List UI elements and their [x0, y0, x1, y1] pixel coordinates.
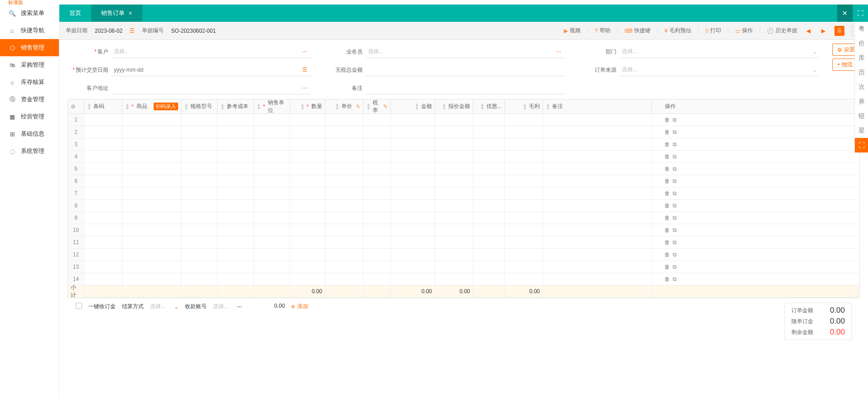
col-refcost[interactable]: ▲▼参考成本: [218, 99, 254, 113]
copy-row-icon[interactable]: ⧉: [671, 153, 678, 160]
next-doc-icon[interactable]: ▶: [820, 28, 827, 34]
tab-1[interactable]: 销售订单✕: [91, 5, 142, 22]
dock-fullscreen[interactable]: ⛶: [855, 138, 868, 152]
remark-input[interactable]: [366, 82, 565, 94]
dock-item-5[interactable]: 券: [855, 94, 868, 109]
table-row[interactable]: 14🗑⧉: [68, 273, 859, 285]
toolbar-hist[interactable]: 🕘历史单据: [767, 27, 797, 34]
delete-row-icon[interactable]: 🗑: [663, 227, 671, 233]
col-product[interactable]: ▲▼*商品扫码录入: [122, 99, 181, 113]
toolbar-print[interactable]: ⎙打印: [705, 27, 721, 34]
table-row[interactable]: 10🗑⧉: [68, 224, 859, 236]
delete-row-icon[interactable]: 🗑: [663, 178, 671, 184]
col-barcode[interactable]: ▲▼条码: [84, 99, 122, 113]
tab-0[interactable]: 首页: [59, 5, 91, 22]
tab-fullscreen[interactable]: ⛶: [853, 5, 868, 22]
sidebar-item-2[interactable]: ⬡销售管理: [0, 39, 59, 56]
sidebar-item-5[interactable]: Ⓢ资金管理: [0, 91, 59, 108]
prev-doc-icon[interactable]: ◀: [805, 28, 812, 34]
col-gross[interactable]: ▲▼毛利: [505, 99, 543, 113]
table-row[interactable]: 8🗑⧉: [68, 200, 859, 212]
edit-icon[interactable]: ✎: [356, 103, 360, 110]
table-row[interactable]: 9🗑⧉: [68, 212, 859, 224]
delete-row-icon[interactable]: 🗑: [663, 129, 671, 135]
dock-item-0[interactable]: 粤: [855, 22, 868, 36]
table-row[interactable]: 6🗑⧉: [68, 175, 859, 187]
table-row[interactable]: 11🗑⧉: [68, 236, 859, 249]
delete-row-icon[interactable]: 🗑: [663, 264, 671, 270]
col-qty[interactable]: ▲▼*数量: [290, 99, 325, 113]
table-row[interactable]: 1🗑⧉: [68, 114, 859, 126]
col-quote[interactable]: ▲▼报价金额: [435, 99, 473, 113]
col-unit[interactable]: ▲▼*销售单位: [254, 99, 290, 113]
address-input[interactable]: ⋯: [112, 82, 311, 94]
copy-row-icon[interactable]: ⧉: [671, 276, 678, 282]
table-row[interactable]: 2🗑⧉: [68, 126, 859, 138]
customer-picker-icon[interactable]: ⋯: [300, 49, 309, 55]
toolbar-help[interactable]: ?帮助: [595, 27, 611, 34]
col-tax[interactable]: ▲▼税率✎: [364, 99, 391, 113]
delete-row-icon[interactable]: 🗑: [663, 276, 671, 282]
table-row[interactable]: 12🗑⧉: [68, 249, 859, 261]
dock-item-6[interactable]: 链: [855, 109, 868, 123]
delete-row-icon[interactable]: 🗑: [663, 117, 671, 123]
scan-badge[interactable]: 扫码录入: [154, 103, 178, 110]
deposit-checkbox[interactable]: [76, 303, 82, 309]
dock-item-1[interactable]: 价: [855, 36, 868, 51]
sidebar-item-7[interactable]: ⊞基础信息: [0, 125, 59, 142]
copy-row-icon[interactable]: ⧉: [671, 227, 678, 233]
col-spec[interactable]: ▲▼规格型号: [181, 99, 218, 113]
copy-row-icon[interactable]: ⧉: [671, 190, 678, 197]
add-payment-button[interactable]: ⊕ 添加: [291, 303, 308, 310]
delete-row-icon[interactable]: 🗑: [663, 202, 671, 209]
sidebar-item-0[interactable]: 🔍搜索菜单: [0, 5, 59, 22]
table-row[interactable]: 7🗑⧉: [68, 187, 859, 200]
dept-input[interactable]: 选择...⌄: [620, 45, 819, 58]
table-row[interactable]: 4🗑⧉: [68, 151, 859, 163]
delete-row-icon[interactable]: 🗑: [663, 153, 671, 160]
dock-item-2[interactable]: 库: [855, 51, 868, 65]
sidebar-item-4[interactable]: ⌂库存核算: [0, 74, 59, 91]
toolbar-ops[interactable]: ⚏操作: [735, 27, 753, 34]
copy-row-icon[interactable]: ⧉: [671, 251, 678, 258]
copy-row-icon[interactable]: ⧉: [671, 141, 678, 147]
account-select[interactable]: 选择... ⋯: [213, 303, 242, 311]
col-amount[interactable]: ▲▼金额: [391, 99, 435, 113]
sidebar-item-3[interactable]: 🛍采购管理: [0, 56, 59, 74]
delete-row-icon[interactable]: 🗑: [663, 141, 671, 147]
view-form-button[interactable]: ☰: [834, 26, 844, 36]
gear-icon[interactable]: ⚙: [71, 103, 76, 110]
salesperson-input[interactable]: 选择...⋯: [366, 45, 565, 58]
close-icon[interactable]: ✕: [128, 10, 132, 16]
delete-row-icon[interactable]: 🗑: [663, 190, 671, 197]
settle-select[interactable]: 选择... ⌄: [150, 303, 179, 311]
doc-date-value[interactable]: 2023-06-02: [95, 28, 122, 34]
delete-row-icon[interactable]: 🗑: [663, 251, 671, 258]
calendar-icon[interactable]: ☰: [130, 28, 135, 34]
tab-close-all[interactable]: ✕: [837, 5, 853, 22]
table-row[interactable]: 5🗑⧉: [68, 163, 859, 175]
dock-item-3[interactable]: 历: [855, 65, 868, 80]
edit-icon[interactable]: ✎: [383, 103, 388, 110]
copy-row-icon[interactable]: ⧉: [671, 166, 678, 172]
toolbar-profit[interactable]: ¥毛利预估: [664, 27, 691, 34]
table-row[interactable]: 13🗑⧉: [68, 261, 859, 273]
dock-item-4[interactable]: 次: [855, 80, 868, 94]
copy-row-icon[interactable]: ⧉: [671, 202, 678, 209]
toolbar-play[interactable]: ▶视频: [564, 27, 581, 34]
copy-row-icon[interactable]: ⧉: [671, 117, 678, 123]
delete-row-icon[interactable]: 🗑: [663, 239, 671, 246]
copy-row-icon[interactable]: ⧉: [671, 264, 678, 270]
copy-row-icon[interactable]: ⧉: [671, 178, 678, 184]
sidebar-item-6[interactable]: ▦经营管理: [0, 108, 59, 125]
col-price[interactable]: ▲▼单价✎: [325, 99, 364, 113]
sidebar-item-1[interactable]: ⌂快捷导航: [0, 22, 59, 39]
account-picker-icon[interactable]: ⋯: [237, 304, 242, 310]
customer-input[interactable]: 选择...⋯: [112, 45, 311, 58]
delete-row-icon[interactable]: 🗑: [663, 215, 671, 221]
col-note[interactable]: ▲▼备注: [543, 99, 652, 113]
table-row[interactable]: 3🗑⧉: [68, 138, 859, 151]
copy-row-icon[interactable]: ⧉: [671, 239, 678, 246]
copy-row-icon[interactable]: ⧉: [671, 129, 678, 135]
source-input[interactable]: 选择...⌄: [620, 64, 819, 76]
